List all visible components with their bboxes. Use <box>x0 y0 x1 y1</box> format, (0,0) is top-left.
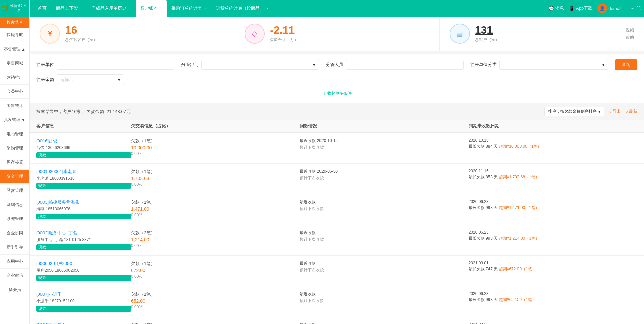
filter-row-1: 往来单位 ··· 分管部门 ▾ 分管人员 ··· <box>36 59 637 70</box>
debt-amount-value: -2.11 <box>270 25 298 35</box>
sidebar-item-app-center[interactable]: 应用中心 <box>0 255 29 269</box>
header-collection: 回款情况 <box>300 123 468 129</box>
message-btn[interactable]: 💬 消息 <box>549 5 564 11</box>
sidebar-item-sys-mgmt[interactable]: 系统管理 <box>0 212 29 226</box>
table-row: [0007]小进千 小进千 18279152100 现款 欠款（1笔） 652.… <box>30 286 644 317</box>
refresh-btn[interactable]: ○ 刷新 <box>626 109 637 114</box>
debt-customers-info: 16 总欠款客户（家） <box>65 25 97 43</box>
tab-customer-account[interactable]: 客户账本 × <box>136 0 167 17</box>
customer-info: [0003]畅捷服务尹海燕 海燕 18513066976 现款 <box>36 199 131 219</box>
tab-close-icon[interactable]: × <box>129 6 131 10</box>
tab-purchase-order[interactable]: 采购订单统计表 × <box>167 0 211 17</box>
sidebar-item-purchase-mgmt[interactable]: 采购管理 <box>0 141 29 155</box>
tab-close-icon[interactable]: × <box>204 6 206 10</box>
customer-name-link[interactable]: [0003]畅捷服务尹海燕 <box>36 199 131 205</box>
customer-phone: 小进千 18279152100 <box>36 298 131 304</box>
customer-tag: 现款 <box>36 214 131 219</box>
results-suffix: 欠款金额 -21,148.07元 <box>86 109 131 114</box>
overdue-link[interactable]: 超期¥1,214.00（3笔） <box>499 236 539 241</box>
search-menu[interactable]: 搜索菜单 <box>0 17 29 28</box>
sidebar-item-retail-mall[interactable]: 零售商城 <box>0 56 29 70</box>
sidebar-item-member-plus[interactable]: 畅会员 <box>0 283 29 297</box>
sidebar-item-ecom-mgmt[interactable]: 电商管理 <box>0 127 29 141</box>
from-unit-input[interactable]: ··· <box>57 60 174 70</box>
collapse-btn[interactable]: ≪ 收起更多条件 <box>36 89 637 98</box>
message-icon: 💬 <box>549 6 554 11</box>
sidebar-item-marketing[interactable]: 营销推广 <box>0 70 29 85</box>
results-info: 搜索结果中，客户16家， 欠款金额 -21,148.07元 <box>36 109 131 115</box>
unit-category-select[interactable]: ▾ <box>499 60 608 70</box>
user-avatar-btn[interactable]: 👤 demo2 <box>597 4 622 13</box>
maximize-icon[interactable]: ⛶ <box>636 6 641 11</box>
person-dots: ··· <box>350 62 356 67</box>
tab-close-icon[interactable]: × <box>266 6 268 10</box>
customer-name-link[interactable]: [0001020001]李老师 <box>36 169 131 175</box>
debt-customers-value: 16 <box>65 25 97 35</box>
customer-name-link[interactable]: [0007]小进千 <box>36 291 131 297</box>
debt-customers-label: 总欠款客户（家） <box>65 37 97 43</box>
customer-phone: 服务中心_丁磊 181 0125 8371 <box>36 237 131 243</box>
overdue-link[interactable]: 超期¥10,000.00（1笔） <box>499 144 542 149</box>
tab-close-icon[interactable]: × <box>80 6 82 10</box>
customer-name-link[interactable]: [000002]用户2050 <box>36 261 131 267</box>
data-table: 客户信息 欠交易信息（占比） 回款情况 到期未收款日期 [0016]吕俊 吕俊 … <box>30 120 644 324</box>
customer-phone: 用户2050 18665062050 <box>36 268 131 273</box>
sidebar-item-retail-mgmt[interactable]: 零售管理▲ <box>0 42 29 56</box>
customer-name-link[interactable]: [0016]吕俊 <box>36 138 131 144</box>
tab-home[interactable]: 首页 <box>33 0 51 17</box>
sidebar-item-wechat-work[interactable]: 企业微信 <box>0 269 29 283</box>
query-button[interactable]: 查询 <box>615 59 637 70</box>
overdue-link[interactable]: 超期¥1,703.68（1笔） <box>499 175 539 179</box>
customer-tag: 现款 <box>36 244 131 250</box>
sidebar-item-inventory[interactable]: 库存核算 <box>0 155 29 170</box>
unit-category-label: 往来单位分类 <box>470 62 497 68</box>
filter-person: 分管人员 ··· <box>326 60 464 70</box>
sidebar-item-basic-info[interactable]: 基础信息 <box>0 198 29 212</box>
help-link[interactable]: 帮助 <box>626 35 634 40</box>
due-info: 2021.03.01 最长欠款 747 天 超期¥672.00（1笔） <box>469 261 637 272</box>
total-customers-icon: ▦ <box>450 24 470 44</box>
dept-select[interactable]: ▾ <box>201 60 319 70</box>
export-btn[interactable]: ○ 导出 <box>609 109 621 114</box>
chevron-down-icon: ▾ <box>602 62 605 67</box>
sort-label: 排序：按欠款金额倒序排序 <box>548 109 597 114</box>
filter-dept: 分管部门 ▾ <box>181 60 319 70</box>
minimize-icon[interactable]: － <box>630 5 635 11</box>
app-logo: 🌿 畅捷通好生意 <box>0 0 29 17</box>
sort-select[interactable]: 排序：按欠款金额倒序排序 ▾ <box>544 107 604 116</box>
tab-close-icon[interactable]: × <box>160 6 162 10</box>
sidebar-item-retail-stat[interactable]: 零售统计 <box>0 99 29 113</box>
window-controls: － ⛶ <box>630 5 641 11</box>
tab-product-shelf[interactable]: 商品上下架 × <box>51 0 87 17</box>
overdue-link[interactable]: 超期¥672.00（1笔） <box>499 267 536 271</box>
page-content: ¥ 16 总欠款客户（家） ◇ -2.11 欠款合计（万） ▦ 131 总 <box>30 17 644 324</box>
filter-unit-category: 往来单位分类 ▾ <box>470 60 608 70</box>
balance-select[interactable]: 选择... ▾ <box>57 74 124 85</box>
overdue-link[interactable]: 超期¥652.00（1笔） <box>499 297 536 302</box>
customer-info: [0007]小进千 小进千 18279152100 现款 <box>36 291 131 312</box>
sidebar-item-member[interactable]: 会员中心 <box>0 85 29 99</box>
sidebar-item-batch-mgmt[interactable]: 批发管理▼ <box>0 113 29 127</box>
collection-info: 最近收款 2020-10-15 预计下次收款 <box>300 138 468 150</box>
results-actions: 排序：按欠款金额倒序排序 ▾ ○ 导出 ○ 刷新 <box>544 107 638 116</box>
person-input[interactable]: ··· <box>346 60 464 70</box>
dept-label: 分管部门 <box>181 62 199 68</box>
sidebar-item-enterprise[interactable]: 企业协同 <box>0 226 29 240</box>
sidebar-item-quick-nav[interactable]: 快捷导航 <box>0 28 29 42</box>
app-download-btn[interactable]: 📱 App下载 <box>569 5 592 11</box>
overdue-link[interactable]: 超期¥1,471.00（1笔） <box>499 205 539 210</box>
debt-info: 欠款（1笔） 455.90 0.00% <box>131 322 300 324</box>
tab-purchase-stat[interactable]: 进货单统计表（按商品） × <box>211 0 273 17</box>
debt-info: 欠款（1笔） 10,000.00 0.00% <box>131 138 300 156</box>
tab-product-history[interactable]: 产成品入库单历史 × <box>87 0 135 17</box>
sidebar-item-ops-mgmt[interactable]: 经营管理 <box>0 184 29 198</box>
sidebar-item-new-guide[interactable]: 新手引导 <box>0 240 29 255</box>
chevron-down-icon: ▾ <box>118 77 120 82</box>
video-link[interactable]: 视频 <box>626 27 634 33</box>
customer-name-link[interactable]: [0002]服务中心_丁磊 <box>36 230 131 236</box>
customer-name-link[interactable]: [0006]去下粮仓 <box>36 322 131 324</box>
customer-info: [0002]服务中心_丁磊 服务中心_丁磊 181 0125 8371 现款 <box>36 230 131 250</box>
table-row: [0001020001]李老师 李老师 18600391516 现款 欠款（1笔… <box>30 164 644 194</box>
sidebar-item-capital-mgmt[interactable]: 资金管理 <box>0 170 29 184</box>
customer-tag: 现款 <box>36 183 131 189</box>
